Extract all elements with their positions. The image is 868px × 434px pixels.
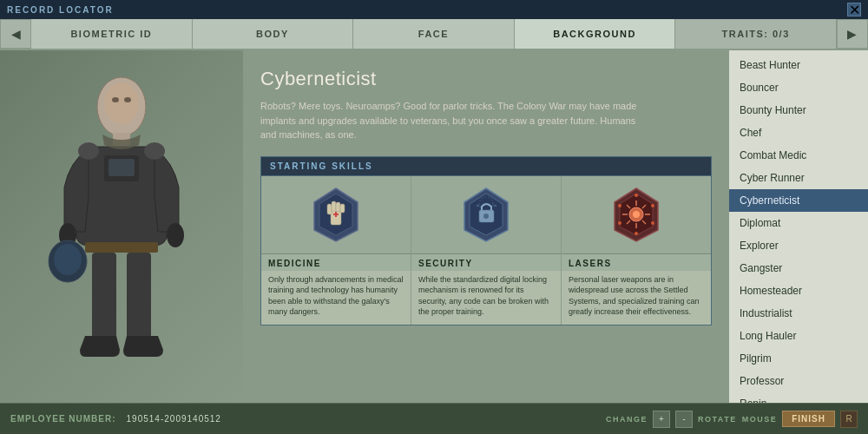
sidebar-item-combat-medic[interactable]: Combat Medic — [729, 144, 868, 167]
skill-card-security: SECURITY While the standardized digital … — [411, 176, 562, 325]
sidebar-item-long-hauler[interactable]: Long Hauler — [729, 325, 868, 347]
character-panel — [0, 50, 243, 403]
sidebar-item-pilgrim[interactable]: Pilgrim — [729, 347, 868, 370]
svg-rect-6 — [85, 242, 158, 253]
skills-cards: MEDICINE Only through advancements in me… — [260, 176, 712, 326]
change-left-button[interactable]: + — [653, 411, 670, 428]
top-bar: RECORD LOCATOR ✕ — [0, 0, 868, 19]
top-bar-right: ✕ — [847, 3, 861, 16]
svg-point-5 — [167, 223, 184, 247]
background-description: Robots? Mere toys. Neuroamps? Good for p… — [260, 99, 642, 142]
security-skill-desc: While the standardized digital locking m… — [411, 271, 561, 325]
sidebar-item-cyberneticist[interactable]: Cyberneticist — [729, 189, 868, 212]
svg-rect-22 — [335, 212, 337, 217]
medicine-badge — [310, 184, 362, 245]
svg-point-40 — [618, 204, 621, 207]
sidebar-item-ronin[interactable]: Ronin — [729, 392, 868, 403]
rotate-label: ROTATE — [698, 415, 737, 424]
sidebar-item-beast-hunter[interactable]: Beast Hunter — [729, 54, 868, 76]
skills-header: STARTING SKILLS — [260, 156, 712, 176]
main-content: Cyberneticist Robots? Mere toys. Neuroam… — [0, 50, 868, 403]
svg-rect-7 — [92, 253, 116, 339]
nav-right-arrow[interactable]: ▶ — [837, 19, 868, 49]
svg-rect-18 — [332, 201, 336, 212]
change-right-button[interactable]: - — [675, 411, 693, 428]
sidebar-item-homesteader[interactable]: Homesteader — [729, 279, 868, 302]
svg-rect-8 — [127, 253, 151, 339]
r-button[interactable]: R — [840, 411, 858, 428]
tab-face[interactable]: FACE — [353, 19, 515, 49]
background-sidebar: Beast Hunter Bouncer Bounty Hunter Chef … — [729, 50, 868, 403]
tab-body[interactable]: BODY — [193, 19, 354, 49]
nav-left-arrow[interactable]: ◀ — [0, 19, 31, 49]
medicine-skill-name: MEDICINE — [261, 254, 411, 271]
svg-point-13 — [104, 82, 139, 124]
security-skill-name: SECURITY — [411, 254, 561, 271]
background-title: Cyberneticist — [260, 68, 712, 90]
svg-point-39 — [635, 232, 638, 235]
record-locator-title: RECORD LOCATOR — [7, 5, 114, 15]
svg-point-43 — [651, 221, 654, 225]
close-icon[interactable]: ✕ — [847, 3, 861, 16]
lasers-badge — [610, 184, 662, 245]
sidebar-item-diplomat[interactable]: Diplomat — [729, 212, 868, 234]
employee-label: EMPLOYEE NUMBER: — [10, 414, 116, 424]
lasers-skill-desc: Personal laser weapons are in widespread… — [562, 271, 711, 325]
skill-card-lasers: LASERS Personal laser weapons are in wid… — [562, 176, 711, 325]
sidebar-item-industrialist[interactable]: Industrialist — [729, 302, 868, 325]
employee-value: 190514-2009140512 — [127, 414, 221, 424]
medicine-skill-desc: Only through advancements in medical tra… — [261, 271, 411, 325]
svg-point-41 — [651, 204, 654, 207]
svg-rect-17 — [327, 204, 332, 214]
mouse-label: MOUSE — [742, 415, 778, 424]
change-label: CHANGE — [606, 415, 648, 424]
finish-button[interactable]: FINISH — [782, 411, 835, 427]
svg-point-38 — [635, 194, 638, 197]
svg-point-42 — [618, 221, 621, 225]
sidebar-item-cyber-runner[interactable]: Cyber Runner — [729, 167, 868, 189]
nav-tabs: ◀ BIOMETRIC ID BODY FACE BACKGROUND TRAI… — [0, 19, 868, 50]
security-badge — [460, 184, 512, 245]
sidebar-item-bouncer[interactable]: Bouncer — [729, 76, 868, 99]
svg-point-12 — [54, 244, 82, 275]
svg-point-10 — [144, 142, 165, 160]
bottom-bar: EMPLOYEE NUMBER: 190514-2009140512 CHANG… — [0, 403, 868, 434]
svg-point-24 — [483, 214, 489, 219]
skill-icon-area-security — [411, 176, 561, 254]
character-figure — [0, 50, 243, 403]
sidebar-item-explorer[interactable]: Explorer — [729, 234, 868, 257]
tab-biometric-id[interactable]: BIOMETRIC ID — [31, 19, 193, 49]
svg-rect-20 — [340, 204, 345, 213]
bottom-right-controls: CHANGE + - ROTATE MOUSE FINISH R — [606, 411, 858, 428]
sidebar-item-chef[interactable]: Chef — [729, 122, 868, 144]
svg-point-15 — [124, 97, 131, 102]
svg-rect-3 — [108, 159, 135, 176]
sidebar-item-bounty-hunter[interactable]: Bounty Hunter — [729, 99, 868, 122]
svg-rect-19 — [336, 202, 340, 212]
content-area: Cyberneticist Robots? Mere toys. Neuroam… — [243, 50, 729, 403]
sidebar-item-professor[interactable]: Professor — [729, 370, 868, 392]
skill-icon-area-lasers — [562, 176, 711, 254]
tab-background[interactable]: BACKGROUND — [515, 19, 676, 49]
skill-card-medicine: MEDICINE Only through advancements in me… — [261, 176, 411, 325]
sidebar-item-gangster[interactable]: Gangster — [729, 257, 868, 279]
skill-icon-area-medicine — [261, 176, 411, 254]
svg-point-29 — [633, 211, 640, 218]
character-svg — [26, 62, 217, 391]
svg-point-9 — [78, 142, 99, 160]
lasers-skill-name: LASERS — [562, 254, 711, 271]
tab-traits[interactable]: TRAITS: 0/3 — [675, 19, 837, 49]
svg-point-14 — [112, 97, 119, 102]
